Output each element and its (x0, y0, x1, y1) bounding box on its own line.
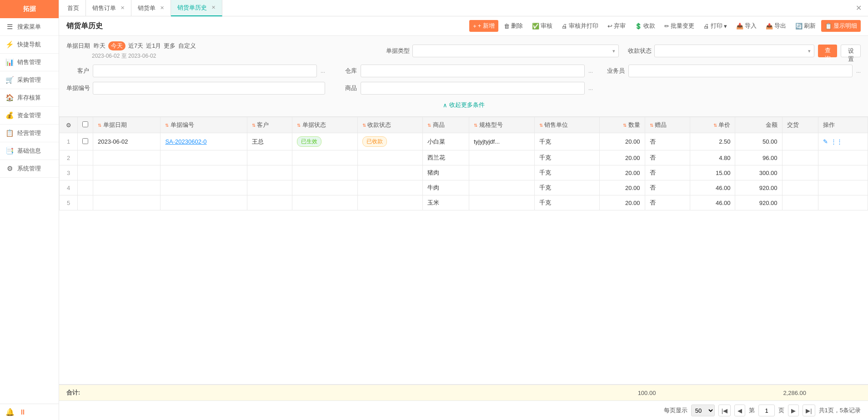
tab-sales-goods-close[interactable]: ✕ (160, 5, 164, 11)
cell-customer (247, 150, 292, 165)
col-collect-status[interactable]: ⇅ 收款状态 (357, 117, 423, 133)
col-doc-date-label: 单据日期 (103, 121, 127, 128)
next-page-button[interactable]: ▶ (788, 405, 799, 416)
print-button[interactable]: 🖨 打印 ▾ (700, 20, 731, 32)
prev-page-button[interactable]: ◀ (734, 405, 745, 416)
quick-nav-icon: ⚡ (5, 40, 14, 49)
col-unit[interactable]: ⇅ 销售单位 (534, 117, 600, 133)
warehouse-more-icon[interactable]: ... (588, 68, 593, 74)
collect-status-select[interactable] (654, 45, 814, 57)
col-doc-num[interactable]: ⇅ 单据编号 (161, 117, 247, 133)
display-detail-button[interactable]: 📋 显示明细 (821, 20, 861, 32)
col-doc-date[interactable]: ⇅ 单据日期 (93, 117, 161, 133)
notification-icon[interactable]: 🔔 (5, 408, 15, 416)
staff-input[interactable] (628, 65, 853, 77)
sidebar-item-inventory[interactable]: 🏠 库存核算 (0, 89, 59, 107)
refresh-icon: 🔄 (795, 23, 803, 30)
audit-print-button[interactable]: 🖨 审核并打印 (558, 20, 602, 32)
table-wrapper[interactable]: ⚙ ⇅ 单据日期 ⇅ 单据编号 (59, 117, 868, 384)
cell-doc-date: 2023-06-02 (93, 133, 161, 150)
warehouse-input[interactable] (361, 65, 585, 77)
tab-home[interactable]: 首页 (61, 0, 86, 16)
shortcut-1month[interactable]: 近1月 (146, 42, 161, 50)
sidebar-item-sales-mgmt[interactable]: 📊 销售管理 (0, 54, 59, 71)
col-goods[interactable]: ⇅ 商品 (423, 117, 469, 133)
abandon-button[interactable]: ↩ 弃审 (604, 20, 629, 32)
first-page-button[interactable]: |◀ (718, 405, 731, 416)
sidebar-logo: 拓据 (0, 0, 59, 18)
more-action-icon[interactable]: ⋮⋮ (831, 138, 843, 145)
pause-icon[interactable]: ⏸ (19, 408, 26, 416)
audit-button[interactable]: ✅ 审核 (528, 20, 556, 32)
shortcut-7days[interactable]: 近7天 (128, 42, 143, 50)
shortcut-yesterday[interactable]: 昨天 (94, 42, 105, 50)
row-checkbox-cell[interactable] (78, 180, 93, 195)
sidebar-item-search-menu[interactable]: ☰ 搜索菜单 (0, 18, 59, 36)
collect-button[interactable]: 💲 收款 (631, 20, 659, 32)
col-price[interactable]: ⇅ 单价 (690, 117, 735, 133)
doc-num-input[interactable] (93, 82, 325, 95)
cell-doc-num[interactable]: SA-20230602-0 (161, 133, 247, 150)
new-icon: + (473, 23, 477, 30)
row-checkbox[interactable] (82, 138, 88, 144)
settings-button[interactable]: 设置 (841, 45, 861, 57)
select-all-checkbox[interactable] (82, 121, 88, 127)
row-checkbox-cell[interactable] (78, 195, 93, 210)
col-gear[interactable]: ⚙ (60, 117, 78, 133)
page-number-input[interactable] (758, 405, 775, 416)
customer-input[interactable] (93, 65, 317, 77)
col-gift[interactable]: ⇅ 赠品 (645, 117, 690, 133)
delete-button[interactable]: 🗑 删除 (500, 20, 527, 32)
sidebar-item-quick-nav[interactable]: ⚡ 快捷导航 (0, 36, 59, 54)
cell-action[interactable] (818, 195, 868, 210)
cell-doc-status (292, 150, 358, 165)
row-checkbox-cell[interactable] (78, 165, 93, 180)
shortcut-more[interactable]: 更多 (164, 42, 176, 50)
col-qty[interactable]: ⇅ 数量 (600, 117, 645, 133)
tab-sales-history-close[interactable]: ✕ (211, 5, 216, 10)
shortcut-custom[interactable]: 自定义 (178, 42, 196, 50)
doc-type-select[interactable] (412, 45, 619, 57)
tabs-close-all[interactable]: ✕ (851, 4, 866, 12)
tab-sales-order[interactable]: 销售订单 ✕ (86, 0, 131, 16)
tab-sales-order-close[interactable]: ✕ (120, 5, 125, 11)
col-spec[interactable]: ⇅ 规格型号 (469, 117, 534, 133)
refresh-button[interactable]: 🔄 刷新 (792, 20, 819, 32)
cell-action[interactable]: ✎⋮⋮ (818, 133, 868, 150)
sort-icon: ⇅ (427, 123, 431, 128)
collapse-filter-btn[interactable]: ∧ 收起更多条件 (66, 99, 861, 111)
col-customer[interactable]: ⇅ 客户 (247, 117, 292, 133)
cell-action[interactable] (818, 150, 868, 165)
cell-transaction (782, 150, 818, 165)
page-size-select[interactable]: 50 100 200 (691, 405, 715, 416)
tab-sales-history[interactable]: 销货单历史 ✕ (171, 0, 222, 16)
tab-sales-goods[interactable]: 销货单 ✕ (131, 0, 171, 16)
sidebar-item-ops-mgmt[interactable]: 📋 经营管理 (0, 125, 59, 142)
export-button[interactable]: 📤 导出 (762, 20, 790, 32)
edit-action-icon[interactable]: ✎ (823, 138, 828, 145)
row-checkbox-cell[interactable] (78, 150, 93, 165)
cell-action[interactable] (818, 180, 868, 195)
sidebar-item-basic-info[interactable]: 📑 基础信息 (0, 142, 59, 160)
gear-icon[interactable]: ⚙ (66, 122, 71, 129)
new-button[interactable]: + + 新增 (469, 20, 498, 32)
import-icon: 📥 (736, 23, 743, 30)
col-checkbox[interactable] (78, 117, 93, 133)
search-menu-icon: ☰ (5, 23, 14, 31)
sidebar-item-sys-mgmt[interactable]: ⚙ 系统管理 (0, 160, 59, 178)
row-checkbox-cell[interactable] (78, 133, 93, 150)
col-doc-status[interactable]: ⇅ 单据状态 (292, 117, 358, 133)
batch-change-button[interactable]: ✏ 批量变更 (661, 20, 698, 32)
last-page-button[interactable]: ▶| (803, 405, 815, 416)
cell-action[interactable] (818, 165, 868, 180)
purchase-mgmt-icon: 🛒 (5, 76, 14, 84)
import-button[interactable]: 📥 导入 (733, 20, 760, 32)
sidebar-item-purchase-mgmt[interactable]: 🛒 采购管理 (0, 71, 59, 89)
goods-input[interactable] (361, 82, 585, 95)
query-button[interactable]: 查询 (818, 45, 837, 57)
goods-more-icon[interactable]: ... (588, 85, 593, 91)
staff-more-icon[interactable]: ... (856, 68, 861, 74)
shortcut-today[interactable]: 今天 (108, 41, 125, 50)
customer-more-icon[interactable]: ... (321, 68, 325, 74)
sidebar-item-finance-mgmt[interactable]: 💰 资金管理 (0, 107, 59, 125)
